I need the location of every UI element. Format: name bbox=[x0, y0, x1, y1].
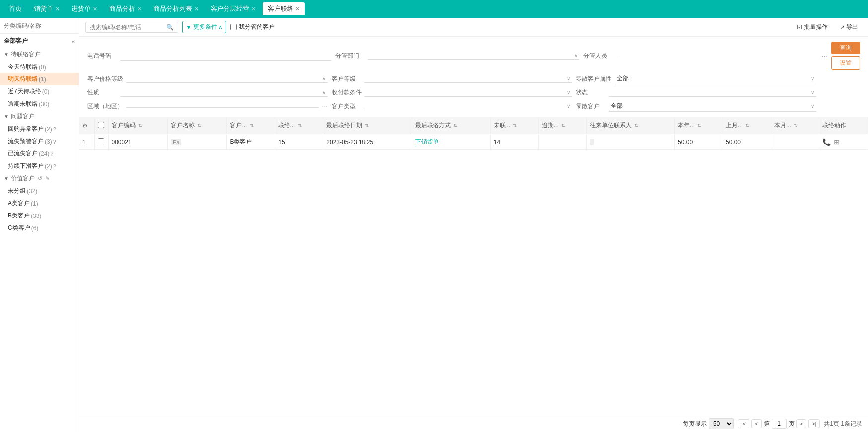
sidebar-item-class-c[interactable]: C类客户(6) bbox=[0, 222, 79, 234]
sidebar-search-box[interactable]: 🔍 bbox=[0, 18, 79, 34]
my-customers-checkbox[interactable] bbox=[230, 24, 237, 30]
set-button[interactable]: 设置 bbox=[831, 56, 860, 70]
sidebar-item-ungroup[interactable]: 未分组(32) bbox=[0, 185, 79, 197]
prev-page-button[interactable]: < bbox=[751, 419, 761, 428]
sort-icon[interactable]: ⇅ bbox=[250, 123, 254, 128]
export-button[interactable]: ↗ 导出 bbox=[836, 21, 862, 33]
query-button[interactable]: 查询 bbox=[831, 42, 860, 54]
sort-icon[interactable]: ⇅ bbox=[561, 123, 565, 128]
chevron-down-icon: ∨ bbox=[811, 103, 814, 109]
customer-type-select[interactable]: ∨ bbox=[364, 102, 572, 110]
sidebar-item-class-a[interactable]: A类客户(1) bbox=[0, 197, 79, 210]
sidebar-item-lost[interactable]: 已流失客户(24) ? bbox=[0, 147, 79, 160]
sidebar-item-continuous-down[interactable]: 持续下滑客户(2) ? bbox=[0, 160, 79, 172]
sort-icon[interactable]: ⇅ bbox=[197, 123, 201, 128]
cell-last-method[interactable]: 下销货单 bbox=[412, 134, 490, 150]
payment-select[interactable]: ∨ bbox=[364, 89, 572, 97]
sidebar-search-input[interactable] bbox=[4, 22, 78, 29]
cell-checkbox[interactable] bbox=[94, 134, 108, 150]
sort-icon[interactable]: ⇅ bbox=[365, 123, 369, 128]
close-icon[interactable]: ✕ bbox=[55, 6, 60, 12]
sort-icon[interactable]: ⇅ bbox=[453, 123, 457, 128]
close-icon[interactable]: ✕ bbox=[194, 6, 199, 12]
nav-home[interactable]: 首页 bbox=[4, 2, 27, 15]
scatter-attr-select[interactable]: 全部 ∨ bbox=[615, 73, 816, 84]
sidebar-section-value[interactable]: ▼ 价值客户 ↺ ✎ bbox=[0, 172, 79, 185]
nature-select[interactable]: ∨ bbox=[120, 89, 328, 97]
page-size-select[interactable]: 50 100 200 bbox=[709, 418, 734, 429]
sort-icon[interactable]: ⇅ bbox=[634, 123, 638, 128]
page-navigation: |< < 第 页 > >| bbox=[738, 419, 820, 429]
scatter-customer-select[interactable]: 全部 ∨ bbox=[609, 101, 816, 112]
search-box[interactable]: 🔍 bbox=[85, 22, 178, 33]
nav-analysis[interactable]: 商品分析 ✕ bbox=[104, 2, 146, 15]
select-all-checkbox[interactable] bbox=[98, 122, 104, 128]
chevron-down-icon: ∨ bbox=[567, 90, 570, 95]
nav-analysis-list[interactable]: 商品分析列表 ✕ bbox=[148, 2, 204, 15]
price-level-select[interactable]: ∨ bbox=[126, 75, 328, 83]
col-settings[interactable]: ⚙ bbox=[79, 117, 94, 134]
close-icon[interactable]: ✕ bbox=[295, 6, 300, 12]
nav-customer-segment[interactable]: 客户分层经营 ✕ bbox=[206, 2, 261, 15]
sort-icon[interactable]: ⇅ bbox=[794, 123, 797, 128]
arrow-icon: ▼ bbox=[4, 52, 9, 57]
batch-operation-button[interactable]: ☑ 批量操作 bbox=[793, 21, 832, 33]
col-action: 联络动作 bbox=[819, 117, 868, 134]
filter-actions: 查询 设置 bbox=[831, 42, 860, 70]
help-icon: ? bbox=[50, 151, 53, 157]
qr-icon[interactable]: ⊞ bbox=[834, 138, 840, 146]
sort-icon[interactable]: ⇅ bbox=[298, 123, 302, 128]
phone-input[interactable] bbox=[120, 51, 331, 61]
nav-sales[interactable]: 销货单 ✕ bbox=[29, 2, 65, 15]
filter-row-2: 客户价格等级 ∨ 客户等级 ∨ 零散客户属性 全部 bbox=[87, 73, 860, 84]
more-filter-button[interactable]: ▼ 更多条件 ∧ bbox=[182, 21, 226, 33]
more-icon[interactable]: ··· bbox=[821, 52, 827, 60]
dept-select[interactable]: ∨ bbox=[368, 52, 579, 60]
sidebar-section-problem[interactable]: ▼ 问题客户 bbox=[0, 110, 79, 123]
col-checkbox[interactable] bbox=[94, 117, 108, 134]
toolbar-right: ☑ 批量操作 ↗ 导出 bbox=[793, 21, 862, 33]
edit-icon[interactable]: ✎ bbox=[45, 175, 50, 182]
sidebar-item-repurchase[interactable]: 回购异常客户(2) ? bbox=[0, 123, 79, 135]
close-icon[interactable]: ✕ bbox=[251, 6, 256, 12]
refresh-icon[interactable]: ↺ bbox=[38, 175, 42, 182]
sidebar-item-class-b[interactable]: B类客户(33) bbox=[0, 210, 79, 222]
region-input[interactable] bbox=[126, 105, 319, 108]
search-input[interactable] bbox=[90, 24, 164, 31]
help-icon: ? bbox=[53, 163, 56, 169]
status-select[interactable]: ∨ bbox=[609, 89, 816, 97]
col-this-month: 本月... ⇅ bbox=[771, 117, 819, 134]
sidebar-item-overdue[interactable]: 逾期未联络(30) bbox=[0, 98, 79, 110]
first-page-button[interactable]: |< bbox=[738, 419, 749, 428]
top-navigation: 首页 销货单 ✕ 进货单 ✕ 商品分析 ✕ 商品分析列表 ✕ 客户分层经营 ✕ … bbox=[0, 0, 868, 18]
nav-customer-contact[interactable]: 客户联络 ✕ bbox=[263, 2, 305, 15]
filter-scatter-attr: 零散客户属性 全部 ∨ bbox=[576, 73, 816, 84]
close-icon[interactable]: ✕ bbox=[137, 6, 142, 12]
next-page-button[interactable]: > bbox=[796, 419, 806, 428]
toolbar: 🔍 ▼ 更多条件 ∧ 我分管的客户 ☑ 批量操作 ↗ 导出 bbox=[79, 18, 868, 37]
sort-icon[interactable]: ⇅ bbox=[513, 123, 517, 128]
sort-icon[interactable]: ⇅ bbox=[697, 123, 701, 128]
last-page-button[interactable]: >| bbox=[808, 419, 820, 428]
my-customers-checkbox-label[interactable]: 我分管的客户 bbox=[230, 23, 275, 31]
manager-input[interactable] bbox=[616, 55, 819, 57]
sidebar-item-lost-warn[interactable]: 流失预警客户(3) ? bbox=[0, 135, 79, 147]
page-number-input[interactable] bbox=[772, 419, 787, 429]
nav-purchase[interactable]: 进货单 ✕ bbox=[67, 2, 102, 15]
sidebar-section-pending[interactable]: ▼ 待联络客户 bbox=[0, 48, 79, 61]
sidebar-item-tomorrow[interactable]: 明天待联络(1) bbox=[0, 73, 79, 85]
more-icon[interactable]: ··· bbox=[322, 102, 328, 110]
phone-icon[interactable]: 📞 bbox=[822, 138, 831, 146]
row-checkbox[interactable] bbox=[98, 138, 104, 144]
filter-phone: 电话号码 bbox=[87, 51, 331, 61]
chevron-down-icon: ∨ bbox=[322, 76, 326, 81]
sidebar-item-7days[interactable]: 近7天待联络(0) bbox=[0, 85, 79, 98]
close-icon[interactable]: ✕ bbox=[93, 6, 97, 12]
last-method-link[interactable]: 下销货单 bbox=[415, 138, 439, 145]
customer-level-select[interactable]: ∨ bbox=[364, 75, 572, 83]
filter-panel: 电话号码 分管部门 ∨ 分管人员 ··· 查询 设置 bbox=[79, 37, 868, 117]
sidebar-all-customers[interactable]: 全部客户 « bbox=[0, 34, 79, 48]
sort-icon[interactable]: ⇅ bbox=[745, 123, 749, 128]
sort-icon[interactable]: ⇅ bbox=[138, 123, 142, 128]
sidebar-item-today[interactable]: 今天待联络(0) bbox=[0, 61, 79, 73]
